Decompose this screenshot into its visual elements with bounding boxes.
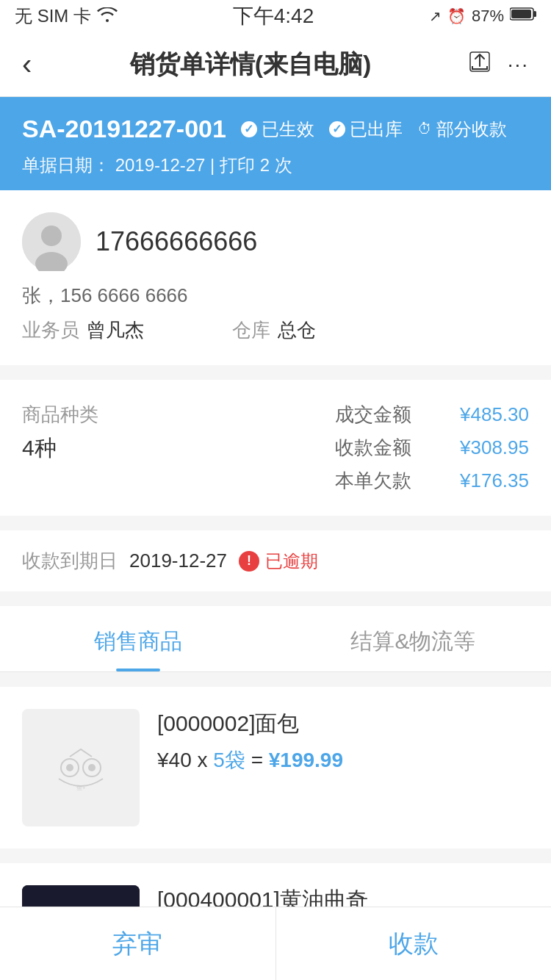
tab-settlement[interactable]: 结算&物流等 (276, 606, 551, 671)
customer-meta: 业务员 曾凡杰 仓库 总仓 (22, 317, 529, 343)
svg-text:鱼+: 鱼+ (76, 785, 86, 791)
status-right: ↗ ⏰ 87% (429, 7, 536, 26)
status-time: 下午4:42 (233, 2, 314, 30)
product-name-1: [0000002]面包 (157, 709, 529, 739)
status-bar: 无 SIM 卡 下午4:42 ↗ ⏰ 87% (0, 0, 551, 32)
customer-phone: 17666666666 (96, 226, 257, 257)
battery-icon (510, 7, 536, 26)
stats-section: 商品种类 4种 成交金额 ¥485.30 收款金额 ¥308.95 本单欠款 ¥… (0, 380, 551, 516)
tabs-section: 销售商品 结算&物流等 (0, 606, 551, 672)
received-row: 收款金额 ¥308.95 (335, 435, 529, 461)
print-info: 打印 2 次 (220, 155, 292, 175)
date-label: 单据日期： (22, 155, 110, 175)
agent-name: 曾凡杰 (87, 317, 144, 343)
separator: | (210, 155, 220, 175)
svg-rect-2 (511, 10, 531, 18)
share-icon[interactable] (469, 51, 490, 77)
qty-1: 5袋 (213, 749, 245, 771)
agent-label: 业务员 (22, 317, 79, 343)
stats-category: 商品种类 4种 (22, 402, 98, 464)
location-icon: ↗ (429, 7, 442, 25)
stats-amounts: 成交金额 ¥485.30 收款金额 ¥308.95 本单欠款 ¥176.35 (335, 402, 529, 494)
check-icon: ✓ (241, 121, 257, 137)
debt-row: 本单欠款 ¥176.35 (335, 468, 529, 494)
page-title: 销货单详情(来自电脑) (130, 48, 372, 82)
check-icon-2: ✓ (329, 121, 345, 137)
more-icon[interactable]: ··· (508, 53, 529, 76)
amount-label: 成交金额 (335, 402, 411, 428)
total-1: ¥199.99 (269, 749, 343, 771)
due-label: 收款到期日 (22, 548, 118, 574)
due-date: 2019-12-27 (129, 550, 227, 572)
product-price-1: ¥40 x 5袋 = ¥199.99 (157, 746, 529, 774)
confirm-button[interactable]: 收款 (276, 907, 552, 980)
svg-point-10 (88, 764, 96, 771)
back-button[interactable]: ‹ (22, 48, 32, 81)
svg-point-9 (66, 764, 73, 771)
tab-sales-products[interactable]: 销售商品 (0, 606, 276, 671)
debt-value: ¥176.35 (433, 469, 529, 492)
category-value: 4种 (22, 433, 98, 464)
price-text-1: ¥40 x (157, 749, 213, 771)
category-label: 商品种类 (22, 402, 98, 428)
nav-right: ··· (469, 51, 529, 77)
received-label: 收款金额 (335, 435, 411, 461)
badge-partial: ⏱ 部分收款 (417, 118, 507, 141)
badge-effective: ✓ 已生效 (241, 118, 314, 141)
warehouse-name: 总仓 (278, 317, 316, 343)
product-thumbnail-1: 鱼+ (22, 709, 140, 826)
status-left: 无 SIM 卡 (15, 4, 118, 28)
wifi-icon (97, 6, 118, 26)
sim-status: 无 SIM 卡 (15, 4, 91, 28)
nav-bar: ‹ 销货单详情(来自电脑) ··· (0, 32, 551, 97)
order-date: 2019-12-27 (115, 155, 206, 175)
battery-text: 87% (472, 7, 504, 26)
order-date-row: 单据日期： 2019-12-27 | 打印 2 次 (22, 154, 529, 177)
badge-shipped: ✓ 已出库 (329, 118, 403, 141)
alarm-icon: ⏰ (447, 7, 466, 25)
product-item: 鱼+ [0000002]面包 ¥40 x 5袋 = ¥199.99 (0, 687, 551, 849)
customer-name: 张，156 6666 6666 (22, 283, 529, 309)
overdue-icon: ! (239, 551, 259, 572)
overdue-badge: ! 已逾期 (239, 550, 318, 573)
order-id: SA-20191227-001 (22, 115, 226, 143)
separator-1: = (251, 749, 269, 771)
avatar (22, 212, 81, 271)
nav-left: ‹ (22, 48, 32, 81)
clock-icon: ⏱ (417, 120, 432, 137)
amount-value: ¥485.30 (433, 403, 529, 426)
svg-point-5 (41, 226, 62, 246)
bottom-bar: 弃审 收款 (0, 907, 551, 980)
received-value: ¥308.95 (433, 436, 529, 459)
cancel-button[interactable]: 弃审 (0, 907, 276, 980)
product-info-1: [0000002]面包 ¥40 x 5袋 = ¥199.99 (157, 709, 529, 774)
warehouse-label: 仓库 (232, 317, 270, 343)
due-section: 收款到期日 2019-12-27 ! 已逾期 (0, 530, 551, 591)
svg-rect-1 (533, 11, 536, 17)
amount-row: 成交金额 ¥485.30 (335, 402, 529, 428)
overdue-text: 已逾期 (265, 550, 318, 573)
debt-label: 本单欠款 (335, 468, 411, 494)
header-banner: SA-20191227-001 ✓ 已生效 ✓ 已出库 ⏱ 部分收款 单据日期：… (0, 97, 551, 190)
customer-section: 17666666666 张，156 6666 6666 业务员 曾凡杰 仓库 总… (0, 190, 551, 365)
